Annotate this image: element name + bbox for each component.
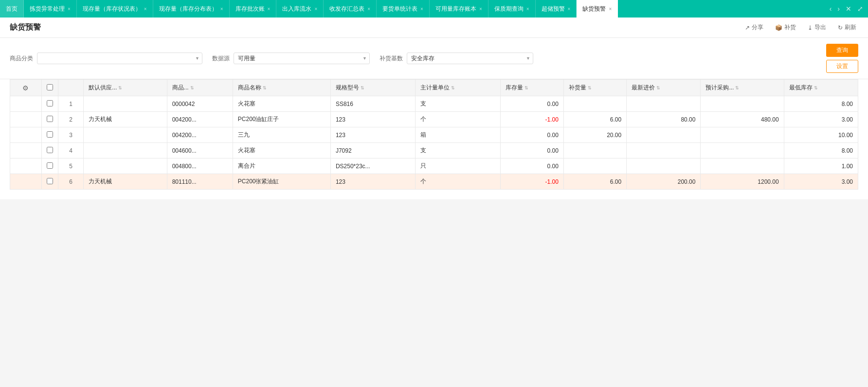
table-row: 5 004800... 离合片 DS250*23c... 只 0.00 1.00 — [10, 158, 858, 174]
td-index-4: 5 — [58, 158, 84, 174]
th-stock[interactable]: 库存量 ⇅ — [501, 80, 563, 96]
select-all-checkbox[interactable] — [47, 84, 53, 90]
th-est-purchase[interactable]: 预计采购... ⇅ — [701, 80, 784, 96]
nav-tab-home[interactable]: 首页 — [0, 0, 24, 18]
replenish-button[interactable]: 📦 补货 — [773, 22, 798, 33]
nav-tab-6[interactable]: 收发存汇总表 × — [324, 0, 377, 18]
td-unit-2: 箱 — [416, 127, 501, 143]
nav-tab-5[interactable]: 出入库流水 × — [276, 0, 324, 18]
td-min-stock-0: 8.00 — [784, 96, 858, 112]
td-spec-0: SS816 — [330, 96, 416, 112]
nav-tab-2[interactable]: 现存量（库存状况表） × — [77, 0, 153, 18]
row-checkbox-4[interactable] — [47, 162, 53, 169]
close-tab-8[interactable]: × — [479, 6, 482, 12]
th-replenish[interactable]: 补货量 ⇅ — [563, 80, 626, 96]
nav-prev-button[interactable]: ‹ — [827, 4, 835, 14]
category-select[interactable] — [37, 53, 202, 64]
nav-fullscreen-button[interactable]: ⤢ — [854, 4, 866, 14]
sort-icon-spec: ⇅ — [361, 86, 364, 90]
close-tab-10[interactable]: × — [568, 6, 571, 12]
close-tab-2[interactable]: × — [144, 6, 147, 12]
nav-tab-7[interactable]: 要货单统计表 × — [377, 0, 430, 18]
export-button[interactable]: ⤓ 导出 — [806, 22, 828, 33]
row-checkbox-5[interactable] — [47, 178, 53, 184]
td-latest-price-3 — [627, 143, 701, 158]
close-tab-6[interactable]: × — [367, 6, 370, 12]
close-tab-1[interactable]: × — [68, 6, 71, 12]
td-unit-4: 只 — [416, 158, 501, 174]
td-stock-0: 0.00 — [501, 96, 563, 112]
table-row: 1 0000042 火花塞 SS816 支 0.00 8.00 — [10, 96, 858, 112]
table-row: 2 力天机械 004200... PC200油缸庄子 123 个 -1.00 6… — [10, 112, 858, 127]
th-goods-code[interactable]: 商品... ⇅ — [167, 80, 233, 96]
td-unit-3: 支 — [416, 143, 501, 158]
td-spec-4: DS250*23c... — [330, 158, 416, 174]
sort-icon-goods-name: ⇅ — [263, 86, 267, 90]
td-goods-name-5: PC200张紧油缸 — [233, 174, 330, 190]
td-unit-5: 个 — [416, 174, 501, 190]
td-gear-0 — [10, 96, 42, 112]
nav-tab-4[interactable]: 库存批次账 × — [230, 0, 277, 18]
td-goods-code-5: 801110... — [167, 174, 233, 190]
row-checkbox-0[interactable] — [47, 100, 53, 106]
close-tab-5[interactable]: × — [314, 6, 317, 12]
refresh-button[interactable]: ↻ 刷新 — [836, 22, 858, 33]
header-actions: ↗ 分享 📦 补货 ⤓ 导出 ↻ 刷新 — [743, 22, 858, 33]
td-est-purchase-1: 480.00 — [701, 112, 784, 127]
replenish-base-label: 补货基数 — [380, 54, 403, 63]
close-tab-7[interactable]: × — [420, 6, 423, 12]
nav-tab-1[interactable]: 拣货异常处理 × — [24, 0, 77, 18]
td-stock-2: 0.00 — [501, 127, 563, 143]
replenish-icon: 📦 — [775, 24, 782, 31]
th-goods-name[interactable]: 商品名称 ⇅ — [233, 80, 330, 96]
nav-tab-3[interactable]: 现存量（库存分布表） × — [153, 0, 230, 18]
sort-icon-stock: ⇅ — [524, 86, 528, 90]
th-min-stock[interactable]: 最低库存 ⇅ — [784, 80, 858, 96]
share-button[interactable]: ↗ 分享 — [743, 22, 765, 33]
th-unit[interactable]: 主计量单位 ⇅ — [416, 80, 501, 96]
th-spec[interactable]: 规格型号 ⇅ — [330, 80, 416, 96]
close-tab-9[interactable]: × — [526, 6, 529, 12]
row-checkbox-2[interactable] — [47, 131, 53, 138]
export-icon: ⤓ — [808, 24, 813, 31]
nav-tab-10[interactable]: 超储预警 × — [536, 0, 577, 18]
td-latest-price-5: 200.00 — [627, 174, 701, 190]
td-stock-5: -1.00 — [501, 174, 563, 190]
td-replenish-2: 20.00 — [563, 127, 626, 143]
th-supplier[interactable]: 默认供应... ⇅ — [84, 80, 167, 96]
nav-tab-11[interactable]: 缺货预警 × — [577, 0, 618, 18]
settings-button[interactable]: 设置 — [826, 60, 858, 73]
query-button[interactable]: 查询 — [826, 44, 858, 57]
replenish-base-select-wrapper: 安全库存 — [407, 53, 533, 64]
th-checkbox — [41, 80, 58, 96]
td-spec-3: J7092 — [330, 143, 416, 158]
th-latest-price[interactable]: 最新进价 ⇅ — [627, 80, 701, 96]
nav-close-button[interactable]: ✕ — [843, 4, 854, 14]
nav-controls: ‹ › ✕ ⤢ — [825, 4, 868, 14]
close-tab-11[interactable]: × — [609, 6, 612, 12]
close-tab-4[interactable]: × — [268, 6, 271, 12]
nav-tab-9[interactable]: 保质期查询 × — [488, 0, 536, 18]
replenish-base-select[interactable]: 安全库存 — [407, 53, 533, 64]
sort-icon-replenish: ⇅ — [588, 86, 592, 90]
td-min-stock-5: 3.00 — [784, 174, 858, 190]
td-goods-name-1: PC200油缸庄子 — [233, 112, 330, 127]
td-latest-price-1: 80.00 — [627, 112, 701, 127]
nav-tab-8[interactable]: 可用量库存账本 × — [430, 0, 488, 18]
td-checkbox-4 — [41, 158, 58, 174]
datasource-filter-group: 数据源 可用量 — [212, 53, 370, 64]
row-checkbox-3[interactable] — [47, 147, 53, 153]
row-checkbox-1[interactable] — [47, 116, 53, 122]
th-gear: ⚙ — [10, 80, 42, 96]
td-goods-code-4: 004800... — [167, 158, 233, 174]
td-goods-name-0: 火花塞 — [233, 96, 330, 112]
td-latest-price-4 — [627, 158, 701, 174]
td-checkbox-3 — [41, 143, 58, 158]
nav-next-button[interactable]: › — [834, 4, 843, 14]
td-checkbox-2 — [41, 127, 58, 143]
td-index-5: 6 — [58, 174, 84, 190]
close-tab-3[interactable]: × — [220, 6, 223, 12]
datasource-select[interactable]: 可用量 — [234, 53, 370, 64]
category-label: 商品分类 — [10, 54, 33, 63]
gear-settings-button[interactable]: ⚙ — [22, 84, 29, 92]
